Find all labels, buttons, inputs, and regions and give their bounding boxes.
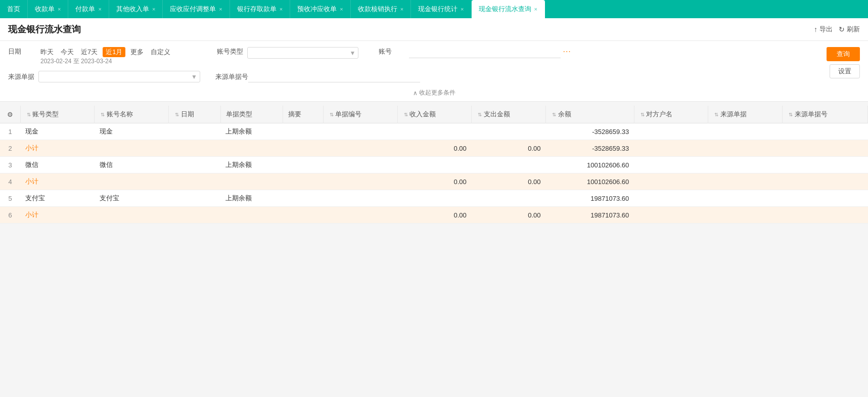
source-doc-label: 来源单据 <box>8 72 38 81</box>
col-counterparty[interactable]: ⇅ 对方户名 <box>634 106 708 123</box>
close-icon[interactable]: × <box>461 6 464 12</box>
settings-button[interactable]: 设置 <box>830 64 860 78</box>
close-icon[interactable]: × <box>152 6 155 12</box>
table-row[interactable]: 3微信微信上期余额100102606.60 <box>0 157 868 173</box>
col-date[interactable]: ⇅ 日期 <box>168 106 220 123</box>
nav-bank-deposit[interactable]: 银行存取款单 × <box>230 0 290 18</box>
close-icon[interactable]: × <box>58 6 61 12</box>
collapse-up-icon: ∧ <box>413 90 418 97</box>
nav-home[interactable]: 首页 <box>0 0 28 18</box>
cell-doc-type: 上期余额 <box>220 123 283 140</box>
cell-source-doc <box>708 157 783 173</box>
col-income[interactable]: ⇅ 收入金额 <box>397 106 472 123</box>
cell-summary <box>283 157 324 173</box>
table-body: 1现金现金上期余额-3528659.332小计0.000.00-3528659.… <box>0 123 868 224</box>
col-doc-no[interactable]: ⇅ 单据编号 <box>323 106 397 123</box>
table-row[interactable]: 6小计0.000.0019871073.60 <box>0 207 868 224</box>
sort-icon: ⇅ <box>641 112 645 117</box>
page-header: 现金银行流水查询 ↑ 导出 ↻ 刷新 <box>0 18 868 41</box>
table-row[interactable]: 5支付宝支付宝上期余额19871073.60 <box>0 190 868 207</box>
close-icon[interactable]: × <box>219 6 222 12</box>
cell-doc-type <box>220 207 283 224</box>
date-1month[interactable]: 近1月 <box>103 47 125 57</box>
row-number: 6 <box>0 207 20 224</box>
query-button[interactable]: 查询 <box>827 47 860 61</box>
cell-counterparty <box>634 190 708 207</box>
cell-date <box>168 123 220 140</box>
cell-counterparty <box>634 173 708 190</box>
account-type-label: 账号类型 <box>217 47 247 56</box>
header-actions: ↑ 导出 ↻ 刷新 <box>814 25 860 34</box>
col-gear[interactable]: ⚙ <box>0 106 20 123</box>
close-icon[interactable]: × <box>98 6 101 12</box>
cell-account-name <box>95 173 169 190</box>
export-button[interactable]: ↑ 导出 <box>814 25 833 34</box>
date-today[interactable]: 今天 <box>59 47 76 57</box>
cell-balance: 100102606.60 <box>546 157 634 173</box>
cell-expense <box>472 190 546 207</box>
col-account-name[interactable]: ⇅ 账号名称 <box>95 106 169 123</box>
cell-counterparty <box>634 123 708 140</box>
nav-collection-exec[interactable]: 收款核销执行 × <box>351 0 411 18</box>
account-input[interactable] <box>409 47 561 58</box>
cell-balance: -3528659.33 <box>546 140 634 157</box>
col-source-doc[interactable]: ⇅ 来源单据 <box>708 106 783 123</box>
account-type-select-wrap: ▼ <box>247 47 358 59</box>
cell-account-name <box>95 140 169 157</box>
cell-summary <box>283 140 324 157</box>
source-doc-select[interactable] <box>38 71 200 82</box>
col-expense[interactable]: ⇅ 支出金额 <box>472 106 546 123</box>
col-balance[interactable]: ⇅ 余额 <box>546 106 634 123</box>
close-icon[interactable]: × <box>280 6 283 12</box>
close-icon[interactable]: × <box>340 6 343 12</box>
filter-area: 日期 昨天 今天 近7天 近1月 更多 自定义 2023-02-24 至 202… <box>0 41 868 102</box>
table-row[interactable]: 2小计0.000.00-3528659.33 <box>0 140 868 157</box>
cell-source-doc-no <box>783 207 868 224</box>
cell-doc-no <box>323 157 397 173</box>
data-table: ⚙ ⇅ 账号类型 ⇅ 账号名称 ⇅ 日期 单据类型 摘要 <box>0 106 868 224</box>
cell-summary <box>283 207 324 224</box>
col-source-doc-no[interactable]: ⇅ 来源单据号 <box>783 106 868 123</box>
cell-source-doc-no <box>783 173 868 190</box>
account-type-select[interactable] <box>247 47 358 59</box>
nav-cash-bank-flow[interactable]: 现金银行流水查询 × <box>472 0 545 18</box>
table-row[interactable]: 1现金现金上期余额-3528659.33 <box>0 123 868 140</box>
cell-account-type: 微信 <box>20 157 95 173</box>
account-label: 账号 <box>379 47 409 56</box>
date-7days[interactable]: 近7天 <box>79 47 100 57</box>
sort-icon: ⇅ <box>27 112 31 117</box>
refresh-button[interactable]: ↻ 刷新 <box>839 25 860 34</box>
source-doc-no-input[interactable] <box>248 71 420 82</box>
cell-expense: 0.00 <box>472 207 546 224</box>
nav-receipt[interactable]: 收款单 × <box>28 0 68 18</box>
cell-income: 0.00 <box>397 207 472 224</box>
close-icon[interactable]: × <box>400 6 403 12</box>
cell-expense <box>472 157 546 173</box>
date-yesterday[interactable]: 昨天 <box>38 47 56 57</box>
cell-account-name: 支付宝 <box>95 190 169 207</box>
sort-icon: ⇅ <box>330 112 334 117</box>
row-number: 3 <box>0 157 20 173</box>
nav-prepay-offset[interactable]: 预收冲应收单 × <box>290 0 350 18</box>
row-number: 2 <box>0 140 20 157</box>
cell-doc-type <box>220 173 283 190</box>
cell-source-doc <box>708 207 783 224</box>
cell-income: 0.00 <box>397 173 472 190</box>
nav-cash-bank-stat[interactable]: 现金银行统计 × <box>411 0 471 18</box>
close-icon[interactable]: × <box>534 6 537 12</box>
nav-other-income[interactable]: 其他收入单 × <box>109 0 163 18</box>
date-more[interactable]: 更多 <box>128 47 146 57</box>
col-account-type[interactable]: ⇅ 账号类型 <box>20 106 95 123</box>
cell-account-type: 支付宝 <box>20 190 95 207</box>
date-custom[interactable]: 自定义 <box>149 47 172 57</box>
account-more-button[interactable]: ··· <box>563 47 571 56</box>
cell-account-name: 现金 <box>95 123 169 140</box>
nav-ar-ap-adjust[interactable]: 应收应付调整单 × <box>163 0 230 18</box>
cell-date <box>168 190 220 207</box>
collapse-button[interactable]: ∧ 收起更多条件 <box>413 89 455 97</box>
sort-icon: ⇅ <box>478 112 482 117</box>
cell-date <box>168 173 220 190</box>
table-row[interactable]: 4小计0.000.00100102606.60 <box>0 173 868 190</box>
cell-income <box>397 157 472 173</box>
nav-payment[interactable]: 付款单 × <box>68 0 109 18</box>
